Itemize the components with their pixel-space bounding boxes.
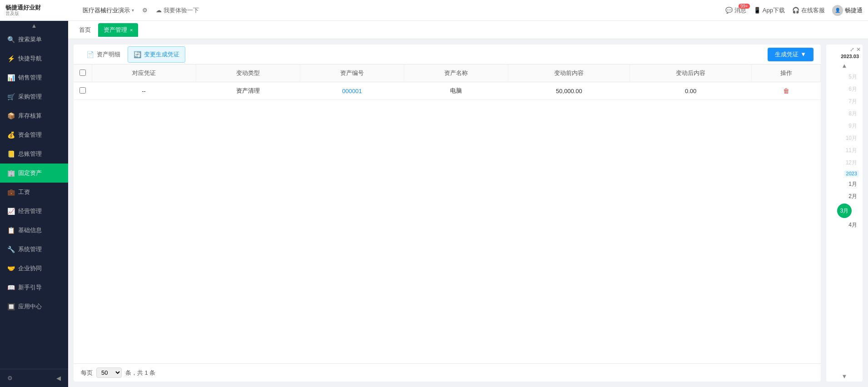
th-action: 操作	[752, 64, 821, 82]
calendar-scroll-up[interactable]: ▲	[826, 60, 863, 71]
building-icon: 🏢	[7, 169, 15, 177]
message-icon: 💬	[725, 7, 733, 14]
calendar-month-2[interactable]: 2月	[826, 190, 863, 203]
td-asset-name: 电脑	[404, 82, 508, 100]
calendar-panel: ⤢ ✕ 2023.03 ▲ 5月 6月 7月 8月 9月 10月 11月 12月	[826, 45, 863, 382]
sidebar-item-guide[interactable]: 📖 新手引导	[0, 278, 68, 297]
sidebar-item-app-center[interactable]: 🔲 应用中心	[0, 297, 68, 316]
calendar-close-icon[interactable]: ✕	[856, 46, 861, 53]
wrench-icon: 🔧	[7, 246, 15, 253]
sub-tab-asset-detail[interactable]: 📄 资产明细	[81, 47, 126, 62]
money-icon: 💰	[7, 131, 15, 139]
row-checkbox[interactable]	[79, 87, 86, 94]
sidebar-item-finance[interactable]: 💰 资金管理	[0, 125, 68, 144]
settings-button[interactable]: ⚙	[139, 4, 151, 17]
sidebar: ▲ 🔍 搜索菜单 ⚡ 快捷导航 📊 销售管理 🛒 采购管理 📦 库存核算	[0, 21, 68, 387]
th-asset-name: 资产名称	[404, 64, 508, 82]
sidebar-item-label: 基础信息	[18, 226, 42, 234]
calendar-month-8-prev[interactable]: 8月	[826, 108, 863, 120]
sidebar-item-label: 总账管理	[18, 150, 42, 158]
total-text: 条，共 1 条	[125, 369, 155, 377]
sub-tab-label: 资产明细	[97, 50, 120, 59]
calendar-month-1[interactable]: 1月	[826, 178, 863, 190]
calendar-month-6-prev[interactable]: 6月	[826, 83, 863, 95]
year-2023-marker[interactable]: 2023	[844, 170, 859, 177]
sidebar-item-label: 新手引导	[18, 283, 42, 292]
sidebar-item-label: 资金管理	[18, 131, 42, 139]
headset-icon: 🎧	[792, 7, 799, 14]
select-all-checkbox[interactable]	[79, 69, 86, 76]
page-content: 📄 资产明细 🔄 变更生成凭证 生成凭证 ▼	[68, 39, 868, 387]
sidebar-item-label: 企业协同	[18, 264, 42, 273]
table-row: -- 资产清理 000001 电脑 50,000.00 0.00 🗑	[74, 82, 821, 100]
tab-close-button[interactable]: ×	[130, 27, 133, 33]
calendar-month-9-prev[interactable]: 9月	[826, 120, 863, 132]
td-asset-code[interactable]: 000001	[300, 82, 404, 100]
calendar-month-5-prev[interactable]: 5月	[826, 71, 863, 83]
sidebar-item-ledger[interactable]: 📒 总账管理	[0, 144, 68, 164]
service-button[interactable]: 🎧 在线客服	[792, 6, 825, 15]
chevron-down-icon: ▼	[800, 51, 806, 58]
change-icon: 🔄	[134, 51, 141, 58]
handshake-icon: 🤝	[7, 265, 15, 272]
sub-tab-label: 变更生成凭证	[144, 50, 179, 59]
td-before-change: 50,000.00	[508, 82, 630, 100]
header-center: 医疗器械行业演示 ▾ ⚙ ☁ 我要体验一下	[74, 4, 725, 17]
sidebar-item-quick-nav[interactable]: ⚡ 快捷导航	[0, 49, 68, 68]
calendar-month-10-prev[interactable]: 10月	[826, 132, 863, 144]
pagination: 每页 50 10 20 100 条，共 1 条	[74, 363, 821, 382]
calendar-scroll-down[interactable]: ▼	[826, 371, 863, 382]
user-area[interactable]: 👤 畅捷通	[832, 5, 863, 16]
data-table: 对应凭证 变动类型 资产编号 资产名称 变动前内容 变动后内容 操作	[74, 64, 821, 100]
search-icon: 🔍	[7, 36, 15, 43]
calendar-month-3[interactable]: 3月	[837, 203, 852, 218]
tab-asset-management[interactable]: 资产管理 ×	[98, 23, 138, 37]
sidebar-footer: ⚙ ◀	[0, 369, 68, 387]
calendar-expand-icon[interactable]: ⤢	[850, 46, 854, 53]
message-button[interactable]: 💬 消息 99+	[725, 6, 746, 15]
chart-icon: 📊	[7, 74, 15, 81]
company-selector[interactable]: 医疗器械行业演示 ▾	[83, 6, 134, 15]
th-before-change: 变动前内容	[508, 64, 630, 82]
sidebar-item-system[interactable]: 🔧 系统管理	[0, 240, 68, 259]
delete-button[interactable]: 🗑	[783, 87, 789, 94]
sidebar-nav: 🔍 搜索菜单 ⚡ 快捷导航 📊 销售管理 🛒 采购管理 📦 库存核算 💰	[0, 30, 68, 369]
sidebar-scroll-up[interactable]: ▲	[0, 21, 68, 30]
sub-tab-voucher-change[interactable]: 🔄 变更生成凭证	[128, 46, 185, 63]
calendar-month-11-prev[interactable]: 11月	[826, 144, 863, 157]
calendar-month-12-prev[interactable]: 12月	[826, 157, 863, 169]
trend-icon: 📈	[7, 208, 15, 215]
generate-voucher-button[interactable]: 生成凭证 ▼	[768, 48, 813, 61]
th-change-type: 变动类型	[196, 64, 300, 82]
sidebar-settings-icon[interactable]: ⚙	[7, 375, 13, 382]
sidebar-item-label: 应用中心	[18, 303, 42, 311]
sidebar-item-label: 固定资产	[18, 169, 42, 177]
sidebar-item-payroll[interactable]: 💼 工资	[0, 183, 68, 202]
cloud-icon: ☁	[156, 7, 162, 14]
td-after-change: 0.00	[630, 82, 752, 100]
sidebar-item-inventory[interactable]: 📦 库存核算	[0, 106, 68, 125]
sidebar-item-purchase[interactable]: 🛒 采购管理	[0, 87, 68, 106]
calendar-month-4[interactable]: 4月	[826, 219, 863, 231]
sidebar-item-basic-info[interactable]: 📋 基础信息	[0, 221, 68, 240]
gear-icon: ⚙	[142, 7, 148, 14]
td-voucher: --	[92, 82, 196, 100]
tab-bar: 首页 资产管理 ×	[68, 21, 868, 39]
company-name: 医疗器械行业演示	[83, 6, 130, 15]
top-header: 畅捷通好业财 普及版 医疗器械行业演示 ▾ ⚙ ☁ 我要体验一下 💬 消息 99…	[0, 0, 868, 21]
sidebar-item-fixed-assets[interactable]: 🏢 固定资产	[0, 164, 68, 183]
calendar-month-7-prev[interactable]: 7月	[826, 95, 863, 108]
sidebar-item-search[interactable]: 🔍 搜索菜单	[0, 30, 68, 49]
tab-home[interactable]: 首页	[75, 26, 94, 34]
sidebar-item-operations[interactable]: 📈 经营管理	[0, 202, 68, 221]
per-page-select[interactable]: 50 10 20 100	[96, 367, 122, 378]
td-change-type: 资产清理	[196, 82, 300, 100]
table-header-row: 对应凭证 变动类型 资产编号 资产名称 变动前内容 变动后内容 操作	[74, 64, 821, 82]
app-download-button[interactable]: 📱 App下载	[754, 6, 785, 15]
experience-button[interactable]: ☁ 我要体验一下	[156, 6, 199, 15]
sidebar-collapse-icon[interactable]: ◀	[56, 375, 61, 382]
td-action: 🗑	[752, 82, 821, 100]
grid-icon: 🔲	[7, 303, 15, 310]
sidebar-item-enterprise[interactable]: 🤝 企业协同	[0, 259, 68, 278]
sidebar-item-sales[interactable]: 📊 销售管理	[0, 68, 68, 87]
